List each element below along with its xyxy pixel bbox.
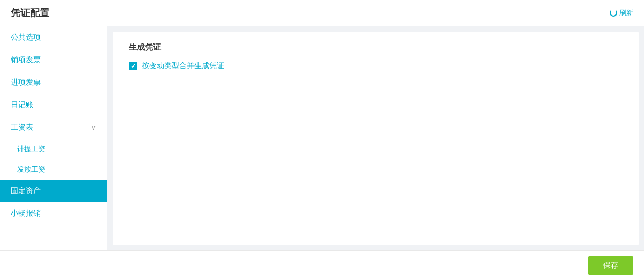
sidebar-item-purchase-invoice[interactable]: 进项发票 (0, 71, 107, 94)
page-title: 凭证配置 (11, 6, 49, 19)
sidebar-label-public-options: 公共选项 (11, 33, 41, 42)
section-title: 生成凭证 (129, 42, 623, 53)
checkbox-label[interactable]: 按变动类型合并生成凭证 (142, 61, 224, 71)
sidebar-label-payroll-pay: 发放工资 (17, 165, 45, 173)
sidebar-item-expense-report[interactable]: 小畅报销 (0, 202, 107, 225)
checkbox-row: 按变动类型合并生成凭证 (129, 61, 623, 71)
sidebar-item-payroll-calc[interactable]: 计提工资 (0, 139, 107, 159)
sidebar-item-public-options[interactable]: 公共选项 (0, 26, 107, 49)
header: 凭证配置 刷新 (0, 0, 644, 26)
refresh-button[interactable]: 刷新 (610, 8, 633, 18)
content-area: 生成凭证 按变动类型合并生成凭证 (113, 32, 639, 245)
section-divider (129, 82, 623, 82)
sidebar-label-fixed-assets: 固定资产 (11, 186, 41, 196)
refresh-icon (610, 9, 617, 17)
page-wrapper: 凭证配置 刷新 公共选项 销项发票 进项发票 日记账 工资表 ∨ (0, 0, 644, 280)
sidebar-item-payroll-pay[interactable]: 发放工资 (0, 159, 107, 180)
sidebar-label-journal: 日记账 (11, 100, 33, 110)
sidebar: 公共选项 销项发票 进项发票 日记账 工资表 ∨ 计提工资 发放工资 固定资 (0, 26, 107, 250)
merge-checkbox[interactable] (129, 62, 137, 70)
sidebar-label-payroll: 工资表 (11, 123, 33, 132)
chevron-down-icon: ∨ (91, 124, 96, 131)
sidebar-item-journal[interactable]: 日记账 (0, 94, 107, 116)
sidebar-label-payroll-calc: 计提工资 (17, 145, 45, 153)
sidebar-item-fixed-assets[interactable]: 固定资产 (0, 180, 107, 202)
sidebar-label-sales-invoice: 销项发票 (11, 55, 41, 65)
refresh-label: 刷新 (619, 8, 633, 18)
main-layout: 公共选项 销项发票 进项发票 日记账 工资表 ∨ 计提工资 发放工资 固定资 (0, 26, 644, 250)
sidebar-item-sales-invoice[interactable]: 销项发票 (0, 49, 107, 71)
save-button[interactable]: 保存 (588, 256, 633, 275)
footer: 保存 (0, 250, 644, 280)
sidebar-item-payroll[interactable]: 工资表 ∨ (0, 116, 107, 139)
sidebar-label-purchase-invoice: 进项发票 (11, 78, 41, 87)
sidebar-label-expense-report: 小畅报销 (11, 209, 41, 218)
